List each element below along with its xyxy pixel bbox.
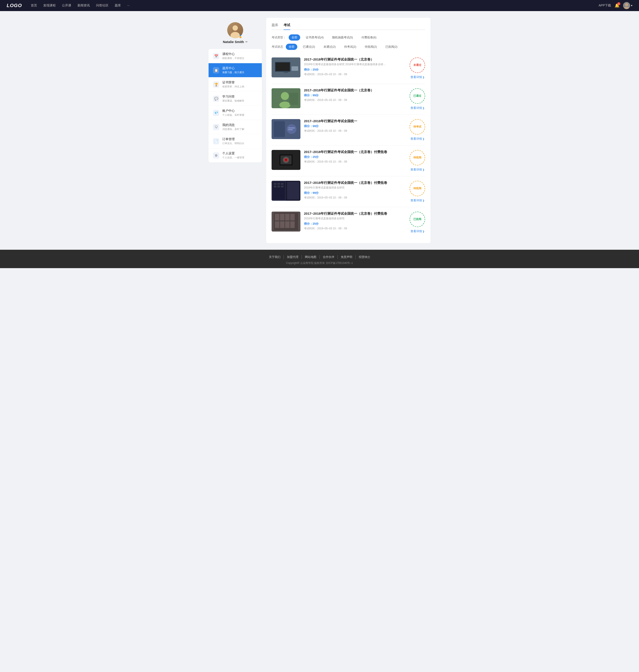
footer-link-sitemap[interactable]: 网站地图 bbox=[302, 255, 320, 259]
app-download[interactable]: APP下载 bbox=[598, 3, 611, 7]
svg-rect-25 bbox=[274, 183, 277, 185]
bell-badge: 1 bbox=[617, 2, 620, 5]
exam-score-5: 得分：99分 bbox=[304, 191, 406, 195]
question-bank-title: 题库中心 bbox=[222, 66, 244, 70]
footer-link-agent[interactable]: 加盟代理 bbox=[284, 255, 302, 259]
navbar-right: APP下载 🔔 1 ▾ bbox=[598, 2, 632, 9]
svg-rect-29 bbox=[277, 186, 280, 188]
type-filter-paid[interactable]: 付费批卷(6) bbox=[359, 34, 379, 41]
svg-rect-28 bbox=[274, 186, 277, 188]
nav-bank[interactable]: 题库 bbox=[115, 3, 121, 7]
settings-sub: 个人信息、一键管理 bbox=[222, 156, 244, 159]
detail-link-5[interactable]: 查看详情 bbox=[410, 198, 424, 203]
tab-question-bank[interactable]: 题库 bbox=[271, 23, 278, 30]
exam-item: 2017–2018年行测证件考试全国统一（北京卷） 得分：99分 考试时间：20… bbox=[271, 84, 425, 115]
svg-rect-10 bbox=[289, 93, 298, 105]
exam-title-2: 2017–2018年行测证件考试全国统一（北京卷） bbox=[304, 88, 406, 93]
sidebar-badge-icon: 🏅 bbox=[238, 35, 242, 38]
status-stamp-3: 待考试 bbox=[409, 119, 425, 134]
edit-icon[interactable]: ✏ bbox=[245, 41, 248, 44]
user-avatar-wrap[interactable]: ▾ bbox=[623, 2, 632, 9]
exam-item: 2017–2018年行测证件考试全国统一 得分：99分 考试时间：2019–05… bbox=[271, 115, 425, 145]
sidebar-item-course[interactable]: 📅 课程中心 精彩课程，不容错过 bbox=[208, 49, 262, 63]
exam-right-6: 已批阅 查看详情 bbox=[409, 212, 425, 233]
footer-links: 关于我们 加盟代理 网站地图 合作伙伴 免责声明 招贤纳士 bbox=[0, 255, 639, 259]
settings-title: 个人设置 bbox=[222, 151, 244, 156]
type-filter-all[interactable]: 全部 bbox=[289, 34, 300, 41]
main-content: 题库 考试 考试类型： 全部 证书类考试(4) 随机抽题考试(5) 付费批卷(6… bbox=[266, 18, 431, 243]
nav-home[interactable]: 首页 bbox=[31, 3, 37, 7]
footer-link-partner[interactable]: 合作伙伴 bbox=[320, 255, 338, 259]
navbar: LOGO 首页 发现课程 公开课 新闻资讯 问答社区 题库 ··· APP下载 … bbox=[0, 0, 639, 11]
exam-time-6: 考试时间：2019–05–03 10：09：09 bbox=[304, 227, 406, 230]
exam-thumb-1 bbox=[271, 58, 300, 77]
question-bank-icon: 📋 bbox=[213, 67, 219, 74]
exam-title-3: 2017–2018年行测证件考试全国统一 bbox=[304, 119, 406, 123]
detail-link-2[interactable]: 查看详情 bbox=[410, 106, 424, 110]
exam-score-1: 得分：25分 bbox=[304, 68, 406, 71]
status-filter-pending-review[interactable]: 待批阅(2) bbox=[362, 44, 380, 50]
status-filter-reviewed[interactable]: 已批阅(2) bbox=[383, 44, 401, 50]
status-filter-not-passed[interactable]: 未通过(2) bbox=[321, 44, 339, 50]
nav-more[interactable]: ··· bbox=[127, 3, 130, 7]
sidebar-profile: 🏅 Natalie Smith ✏ bbox=[208, 18, 262, 49]
sidebar-item-order[interactable]: 📄 订单管理 订单支出、明明白白 bbox=[208, 134, 262, 148]
svg-rect-6 bbox=[292, 66, 298, 71]
qa-title: 学习问答 bbox=[222, 95, 244, 99]
exam-item: 2017–2018年行测证件考试全国统一（北京卷）付费批卷 得分：25分 考试时… bbox=[271, 145, 425, 176]
bell-icon[interactable]: 🔔 1 bbox=[614, 3, 620, 8]
exam-info-6: 2017–2018年行测证件考试全国统一（北京卷）付费批卷 2018年行测考试是… bbox=[304, 212, 406, 230]
exam-time-1: 考试时间：2019–05–03 10：09：09 bbox=[304, 73, 406, 76]
nav-links: 首页 发现课程 公开课 新闻资讯 问答社区 题库 ··· bbox=[31, 3, 598, 7]
type-filter-certificate[interactable]: 证书类考试(4) bbox=[303, 34, 327, 41]
footer-copyright: Copyright® 云朵商学院 版权所有 京ICP备17051340号–1 bbox=[0, 261, 639, 265]
detail-link-3[interactable]: 查看详情 bbox=[410, 137, 424, 141]
exam-right-1: 未通过 查看详情 bbox=[409, 58, 425, 79]
account-title: 账户中心 bbox=[222, 109, 244, 113]
footer-link-about[interactable]: 关于我们 bbox=[266, 255, 284, 259]
svg-rect-12 bbox=[274, 121, 285, 137]
exam-info-4: 2017–2018年行测证件考试全国统一（北京卷）付费批卷 得分：25分 考试时… bbox=[304, 150, 406, 164]
tab-exam[interactable]: 考试 bbox=[283, 23, 290, 30]
sidebar-username: Natalie Smith ✏ bbox=[223, 40, 247, 44]
content-tabs: 题库 考试 bbox=[271, 23, 425, 30]
status-stamp-5: 待批阅 bbox=[409, 181, 425, 196]
type-filter-random[interactable]: 随机抽题考试(5) bbox=[329, 34, 356, 41]
sidebar-item-question-bank[interactable]: 📋 题库中心 海量习题，助力通关 bbox=[208, 63, 262, 77]
svg-point-9 bbox=[279, 101, 291, 108]
logo: LOGO bbox=[7, 3, 22, 9]
nav-discover[interactable]: 发现课程 bbox=[43, 3, 56, 7]
order-sub: 订单支出、明明白白 bbox=[222, 142, 244, 145]
sidebar-item-message[interactable]: 🗨 我的消息 消息通知、及时了解 bbox=[208, 120, 262, 134]
order-title: 订单管理 bbox=[222, 137, 244, 141]
message-title: 我的消息 bbox=[222, 123, 244, 127]
sidebar-item-account[interactable]: 💎 账户中心 个人权益、实时掌握 bbox=[208, 106, 262, 120]
sidebar-item-certificate[interactable]: 🏆 证书荣誉 收获荣誉、持证上岗 bbox=[208, 77, 262, 92]
exam-score-2: 得分：99分 bbox=[304, 93, 406, 97]
status-filter-passed[interactable]: 已通过(2) bbox=[300, 44, 318, 50]
exam-title-5: 2017–2018年行测证件考试全国统一（北京卷）付费批卷 bbox=[304, 181, 406, 185]
exam-right-2: 已通过 查看详情 bbox=[409, 88, 425, 110]
sidebar-item-qa[interactable]: 💬 学习问答 课后重温、疑难解答 bbox=[208, 92, 262, 106]
status-stamp-1: 未通过 bbox=[409, 58, 425, 73]
detail-link-1[interactable]: 查看详情 bbox=[410, 75, 424, 79]
status-filter-pending-exam[interactable]: 待考试(2) bbox=[341, 44, 359, 50]
svg-rect-15 bbox=[288, 129, 293, 130]
exam-thumb-6 bbox=[271, 212, 300, 231]
exam-thumb-5 bbox=[271, 181, 300, 201]
detail-link-6[interactable]: 查看详情 bbox=[410, 229, 424, 233]
type-filter-label: 考试类型： bbox=[271, 35, 286, 39]
status-stamp-4: 待批阅 bbox=[409, 150, 425, 165]
exam-score-6: 得分：25分 bbox=[304, 222, 406, 226]
exam-item: 2017–2018年行测证件考试全国统一（北京卷）付费批卷 2018年行测考试是… bbox=[271, 176, 425, 207]
sidebar-item-settings[interactable]: ⚙ 个人设置 个人信息、一键管理 bbox=[208, 148, 262, 162]
footer-link-disclaimer[interactable]: 免责声明 bbox=[338, 255, 356, 259]
footer-link-recruit[interactable]: 招贤纳士 bbox=[356, 255, 373, 259]
nav-open-course[interactable]: 公开课 bbox=[62, 3, 71, 7]
nav-news[interactable]: 新闻资讯 bbox=[77, 3, 90, 7]
nav-qa[interactable]: 问答社区 bbox=[96, 3, 109, 7]
detail-link-4[interactable]: 查看详情 bbox=[410, 168, 424, 172]
exam-thumb-3 bbox=[271, 119, 300, 139]
exam-title-1: 2017–2018年行测证件考试全国统一（北京卷） bbox=[304, 58, 406, 62]
status-filter-all[interactable]: 全部 bbox=[286, 44, 297, 50]
